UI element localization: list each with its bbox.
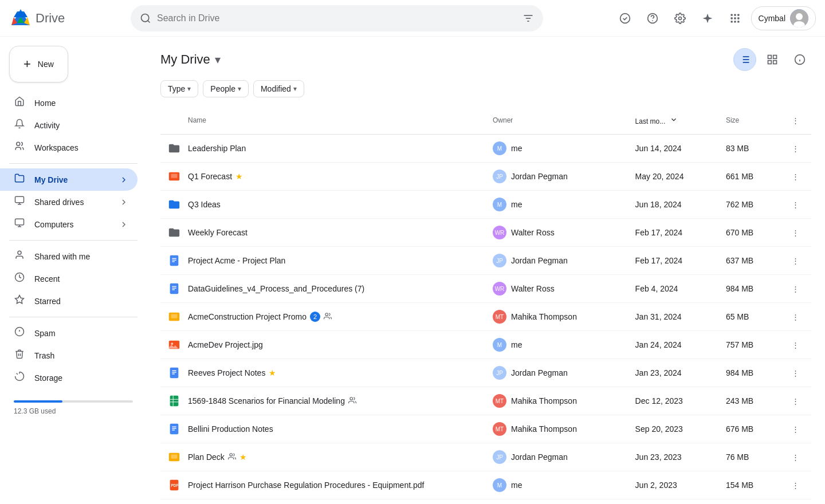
- table-row[interactable]: DataGuidelines_v4_Process_and_Procedures…: [160, 275, 811, 303]
- owner-cell: JP Jordan Pegman: [486, 163, 628, 191]
- grid-view-button[interactable]: [761, 48, 784, 71]
- apps-icon-btn[interactable]: [724, 7, 747, 30]
- table-row[interactable]: Leadership Plan M me Jun 14, 2024 83 MB …: [160, 135, 811, 163]
- settings-icon-btn[interactable]: [669, 7, 692, 30]
- more-cell[interactable]: ⋮: [779, 135, 811, 163]
- file-size: 762 MB: [726, 200, 753, 209]
- sidebar-item-home[interactable]: Home: [0, 92, 138, 114]
- file-more-button[interactable]: ⋮: [786, 336, 804, 354]
- more-cell[interactable]: ⋮: [779, 443, 811, 471]
- help-icon-btn[interactable]: [641, 7, 664, 30]
- file-more-button[interactable]: ⋮: [786, 364, 804, 382]
- column-size[interactable]: Size: [719, 107, 779, 135]
- file-name-cell[interactable]: Project Acme - Project Plan: [160, 247, 486, 275]
- table-row[interactable]: Plan Deck ★ JP Jordan Pegman Jun 23, 202…: [160, 443, 811, 471]
- file-more-button[interactable]: ⋮: [786, 392, 804, 410]
- sidebar-item-recent-label: Recent: [34, 274, 60, 284]
- file-name-cell[interactable]: PDF Project Harrison Purchase Regulation…: [160, 471, 486, 499]
- column-last-modified[interactable]: Last mo...: [628, 107, 719, 135]
- more-cell[interactable]: ⋮: [779, 331, 811, 359]
- more-cell[interactable]: ⋮: [779, 163, 811, 191]
- shared-icon: [324, 312, 332, 322]
- file-more-button[interactable]: ⋮: [786, 251, 804, 270]
- sidebar-item-my-drive[interactable]: My Drive: [0, 168, 138, 191]
- owner-cell: WR Walter Ross: [486, 275, 628, 303]
- search-filter-icon[interactable]: [522, 13, 534, 24]
- file-name-cell[interactable]: Weekly Forecast: [160, 219, 486, 247]
- table-row[interactable]: AcmeConstruction Project Promo 2 MT Mahi…: [160, 303, 811, 331]
- file-name-text: Project Harrison Purchase Regulation Pro…: [188, 481, 424, 490]
- done-icon-btn[interactable]: [614, 7, 637, 30]
- file-name-cell[interactable]: Q3 Ideas: [160, 191, 486, 219]
- table-row[interactable]: Q3 Ideas M me Jun 18, 2024 762 MB ⋮: [160, 191, 811, 219]
- column-owner[interactable]: Owner: [486, 107, 628, 135]
- more-cell[interactable]: ⋮: [779, 275, 811, 303]
- more-cell[interactable]: ⋮: [779, 359, 811, 387]
- file-name-cell[interactable]: AcmeDev Project.jpg: [160, 331, 486, 359]
- file-more-button[interactable]: ⋮: [786, 476, 804, 494]
- spam-icon: [14, 326, 25, 340]
- sidebar-item-starred[interactable]: Starred: [0, 290, 138, 312]
- sidebar-item-activity[interactable]: Activity: [0, 114, 138, 136]
- file-more-button[interactable]: ⋮: [786, 167, 804, 186]
- user-chip[interactable]: Cymbal: [751, 6, 816, 30]
- svg-rect-70: [170, 368, 179, 378]
- table-row[interactable]: AcmeDev Project.jpg M me Jan 24, 2024 75…: [160, 331, 811, 359]
- filter-people[interactable]: People ▾: [203, 80, 249, 97]
- sort-down-icon: [670, 116, 678, 124]
- owner-name: Jordan Pegman: [511, 172, 568, 181]
- filter-type[interactable]: Type ▾: [160, 80, 198, 97]
- more-cell[interactable]: ⋮: [779, 415, 811, 443]
- table-row[interactable]: PDF Project Harrison Purchase Regulation…: [160, 471, 811, 499]
- table-row[interactable]: Project Acme - Project Plan JP Jordan Pe…: [160, 247, 811, 275]
- file-more-button[interactable]: ⋮: [786, 420, 804, 438]
- more-cell[interactable]: ⋮: [779, 303, 811, 331]
- file-icon: [167, 254, 181, 267]
- sidebar-item-trash[interactable]: Trash: [0, 344, 138, 367]
- sidebar-item-spam[interactable]: Spam: [0, 322, 138, 344]
- sidebar-item-computers[interactable]: Computers: [0, 213, 138, 235]
- table-row[interactable]: Reeves Project Notes ★ JP Jordan Pegman …: [160, 359, 811, 387]
- more-cell[interactable]: ⋮: [779, 219, 811, 247]
- file-name-cell[interactable]: Plan Deck ★: [160, 443, 486, 471]
- info-button[interactable]: [788, 48, 811, 71]
- file-more-button[interactable]: ⋮: [786, 448, 804, 466]
- ai-icon-btn[interactable]: [696, 7, 719, 30]
- table-row[interactable]: Weekly Forecast WR Walter Ross Feb 17, 2…: [160, 219, 811, 247]
- file-name-cell[interactable]: AcmeConstruction Project Promo 2: [160, 303, 486, 331]
- more-cell[interactable]: ⋮: [779, 387, 811, 415]
- file-more-button[interactable]: ⋮: [786, 139, 804, 158]
- file-name-cell[interactable]: Bellini Production Notes: [160, 415, 486, 443]
- sidebar-item-workspaces[interactable]: Workspaces: [0, 136, 138, 159]
- new-button[interactable]: + New: [9, 46, 68, 82]
- file-more-button[interactable]: ⋮: [786, 308, 804, 326]
- file-more-button[interactable]: ⋮: [786, 195, 804, 214]
- search-input[interactable]: [157, 13, 517, 23]
- file-more-button[interactable]: ⋮: [786, 223, 804, 242]
- list-view-button[interactable]: [733, 48, 756, 71]
- table-row[interactable]: Bellini Production Notes MT Mahika Thomp…: [160, 415, 811, 443]
- sidebar-item-shared-drives[interactable]: Shared drives: [0, 191, 138, 213]
- column-more-button[interactable]: ⋮: [786, 111, 804, 129]
- column-name[interactable]: Name: [160, 107, 486, 135]
- filter-modified[interactable]: Modified ▾: [253, 80, 304, 97]
- file-name-cell[interactable]: Reeves Project Notes ★: [160, 359, 486, 387]
- user-avatar: [790, 9, 808, 27]
- more-cell[interactable]: ⋮: [779, 191, 811, 219]
- content-title[interactable]: My Drive ▾: [160, 52, 221, 67]
- last-modified-cell: Feb 4, 2024: [628, 275, 719, 303]
- more-cell[interactable]: ⋮: [779, 471, 811, 499]
- table-row[interactable]: 1569-1848 Scenarios for Financial Modeli…: [160, 387, 811, 415]
- file-name-cell[interactable]: Q1 Forecast ★: [160, 163, 486, 191]
- file-more-button[interactable]: ⋮: [786, 279, 804, 298]
- sidebar-item-recent[interactable]: Recent: [0, 267, 138, 290]
- table-row[interactable]: Q1 Forecast ★ JP Jordan Pegman May 20, 2…: [160, 163, 811, 191]
- sidebar-item-shared-with-me[interactable]: Shared with me: [0, 245, 138, 267]
- file-name-cell[interactable]: DataGuidelines_v4_Process_and_Procedures…: [160, 275, 486, 303]
- file-name-cell[interactable]: Leadership Plan: [160, 135, 486, 163]
- more-cell[interactable]: ⋮: [779, 247, 811, 275]
- file-name-cell[interactable]: 1569-1848 Scenarios for Financial Modeli…: [160, 387, 486, 415]
- search-bar[interactable]: [131, 5, 543, 32]
- sidebar-item-storage[interactable]: Storage: [0, 367, 138, 389]
- file-name: Weekly Forecast: [188, 228, 247, 237]
